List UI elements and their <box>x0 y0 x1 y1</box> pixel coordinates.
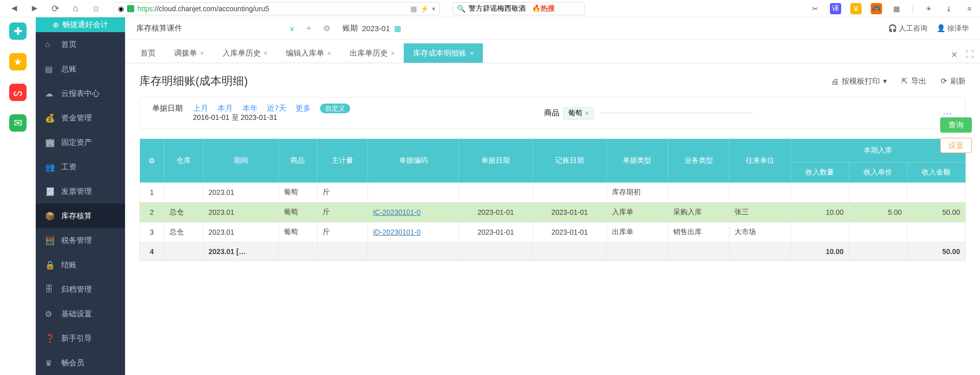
close-all-icon[interactable]: ✕ <box>951 50 958 60</box>
col-gear[interactable]: ⚙ <box>140 139 164 183</box>
chip-remove-icon[interactable]: × <box>584 109 589 117</box>
opt-last7[interactable]: 近7天 <box>267 104 286 112</box>
opt-last-month[interactable]: 上月 <box>193 104 208 112</box>
cell-in-qty <box>791 222 849 242</box>
col-in-amt: 收入金额 <box>907 163 965 183</box>
sidebar-item-label: 结账 <box>61 260 77 270</box>
cell-in-amt <box>907 183 965 203</box>
fullscreen-icon[interactable]: ⛶ <box>966 50 974 60</box>
tab-close-icon[interactable]: × <box>200 49 204 57</box>
favorites-icon[interactable]: ★ <box>9 53 27 70</box>
sidebar-item-10[interactable]: 🗄归档管理 <box>36 277 125 302</box>
tab-close-icon[interactable]: × <box>391 49 395 57</box>
apps-icon[interactable]: ▦ <box>891 3 902 14</box>
forward-button[interactable]: ► <box>26 2 44 16</box>
browser-search[interactable]: 🔍 警方辟谣梅西敬酒 🔥热搜 <box>452 2 585 15</box>
tab-close-icon[interactable]: × <box>264 49 268 57</box>
add-icon[interactable]: ＋ <box>305 23 313 34</box>
sidebar-item-label: 库存核算 <box>61 211 92 221</box>
translate-icon[interactable]: 译 <box>830 3 841 14</box>
product-chip[interactable]: 葡萄× <box>564 107 593 119</box>
sun-icon[interactable]: ☀ <box>923 3 934 14</box>
period-value[interactable]: 2023-01 <box>362 24 390 33</box>
coin-icon[interactable]: ¥ <box>850 3 862 14</box>
cell-warehouse: 总仓 <box>164 222 204 242</box>
tab-0[interactable]: 首页 <box>131 43 165 63</box>
app-logo[interactable]: ⊕ 畅捷通好会计 <box>36 17 125 32</box>
bolt-icon[interactable]: ⚡ <box>420 5 429 13</box>
browser-tray: ✂ 译 ¥ 🎮 ▦ | ☀ ⤓ ≡ <box>810 3 975 14</box>
browser-toolbar: ◄ ► ⟳ ⌂ ☆ ◉ https://cloud.chanjet.com/ac… <box>0 0 980 17</box>
sidebar-item-5[interactable]: 👥工资 <box>36 155 125 179</box>
sidebar-item-icon: ⌂ <box>45 40 54 49</box>
tab-4[interactable]: 出库单历史× <box>340 43 404 63</box>
table-row[interactable]: 42023.01 […10.0050.00 <box>140 242 966 261</box>
qr-icon[interactable]: ▦ <box>410 5 417 13</box>
table-row[interactable]: 2总仓2023.01葡萄斤IC-20230101-02023-01-012023… <box>140 203 966 222</box>
menu-icon[interactable]: ≡ <box>964 3 975 14</box>
query-button[interactable]: 查询 <box>940 117 972 133</box>
game-icon[interactable]: 🎮 <box>871 3 882 14</box>
cell-in-qty <box>791 183 849 203</box>
tab-close-icon[interactable]: × <box>470 49 474 57</box>
sidebar-item-1[interactable]: ▤总账 <box>36 57 125 81</box>
back-button[interactable]: ◄ <box>5 2 23 16</box>
cell-n: 2 <box>140 203 164 222</box>
reload-button[interactable]: ⟳ <box>46 2 64 16</box>
sidebar-item-7[interactable]: 📦库存核算 <box>36 204 125 228</box>
weibo-icon[interactable]: ᔕ <box>9 84 27 101</box>
cell-doc-date <box>459 242 533 261</box>
sidebar-item-13[interactable]: ♛畅会员 <box>36 351 125 375</box>
table-row[interactable]: 12023.01葡萄斤库存期初 <box>140 183 966 203</box>
sidebar-item-0[interactable]: ⌂首页 <box>36 32 125 57</box>
bookmark-button[interactable]: ☆ <box>87 2 105 16</box>
calendar-icon[interactable]: ▦ <box>394 24 401 33</box>
user-menu[interactable]: 👤 徐泽华 <box>937 24 969 33</box>
consult-link[interactable]: 🎧 人工咨询 <box>888 24 927 33</box>
refresh-action[interactable]: ⟳ 刷新 <box>941 77 966 86</box>
doc-link[interactable]: ID-20230101-0 <box>373 228 421 236</box>
table-row[interactable]: 3总仓2023.01葡萄斤ID-20230101-02023-01-012023… <box>140 222 966 242</box>
tab-5[interactable]: 库存成本明细账× <box>404 43 483 63</box>
download-icon[interactable]: ⤓ <box>943 3 954 14</box>
sidebar-item-8[interactable]: 🧮税务管理 <box>36 228 125 253</box>
home-button[interactable]: ⌂ <box>66 2 85 16</box>
sidebar-item-9[interactable]: 🔒结账 <box>36 253 125 277</box>
export-action[interactable]: ⇱ 导出 <box>901 77 926 86</box>
sidebar-item-2[interactable]: ☁云报表中心 <box>36 81 125 106</box>
gear-icon[interactable]: ⚙ <box>323 23 330 33</box>
opt-this-month[interactable]: 本月 <box>217 104 233 112</box>
tab-1[interactable]: 调拨单× <box>165 43 213 63</box>
opt-more[interactable]: 更多 <box>296 104 311 112</box>
date-range[interactable]: 2016-01-01 至 2023-01-31 <box>193 113 350 122</box>
sidebar-item-11[interactable]: ⚙基础设置 <box>36 302 125 326</box>
sidebar-item-icon: 🔒 <box>45 260 54 270</box>
address-bar[interactable]: ◉ https://cloud.chanjet.com/accounting/u… <box>113 2 440 15</box>
cell-warehouse <box>164 183 204 203</box>
org-chevron-icon[interactable]: ∨ <box>289 24 295 33</box>
cell-in-price <box>849 242 907 261</box>
col-doc-date: 单据日期 <box>459 139 533 183</box>
tab-3[interactable]: 编辑入库单× <box>277 43 340 63</box>
app-switch-icon[interactable]: ✚ <box>9 22 27 40</box>
org-select[interactable]: 库存核算课件 <box>136 23 182 33</box>
sidebar-item-label: 资金管理 <box>61 113 92 123</box>
tab-2[interactable]: 入库单历史× <box>213 43 277 63</box>
print-action[interactable]: 🖨 按模板打印 ▾ <box>831 77 887 86</box>
tab-close-icon[interactable]: × <box>327 49 331 57</box>
settings-button[interactable]: 设置 <box>940 138 972 153</box>
doc-link[interactable]: IC-20230101-0 <box>373 208 421 216</box>
sidebar-item-12[interactable]: ❓新手引导 <box>36 326 125 351</box>
sidebar-item-3[interactable]: 💰资金管理 <box>36 106 125 130</box>
date-filter-label: 单据日期 <box>152 104 183 112</box>
mail-icon[interactable]: ✉ <box>9 114 27 132</box>
sidebar-item-icon: ❓ <box>45 334 54 343</box>
scissors-icon[interactable]: ✂ <box>810 3 821 14</box>
col-in-qty: 收入数量 <box>791 163 849 183</box>
opt-custom[interactable]: 自定义 <box>320 104 350 113</box>
sidebar-item-6[interactable]: 🧾发票管理 <box>36 179 125 204</box>
chevron-down-icon[interactable]: ▾ <box>432 5 435 13</box>
opt-this-year[interactable]: 本年 <box>242 104 258 112</box>
sidebar-item-label: 总账 <box>61 64 77 74</box>
sidebar-item-4[interactable]: 🏢固定资产 <box>36 130 125 155</box>
